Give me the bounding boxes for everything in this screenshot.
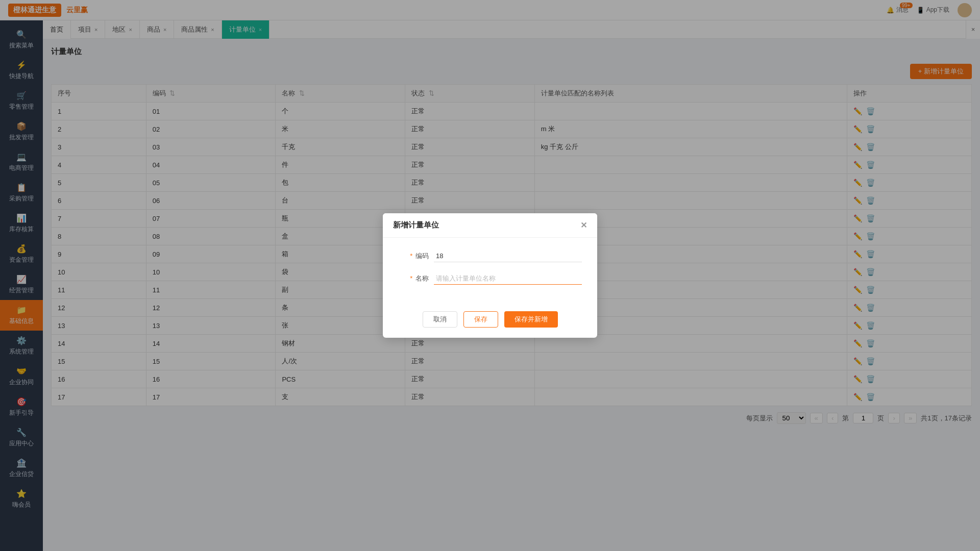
dialog-close-button[interactable]: ✕ <box>580 220 587 230</box>
code-required: * <box>410 252 412 260</box>
dialog-body: * 编码 * 名称 <box>383 238 597 305</box>
modal-overlay: 新增计量单位 ✕ * 编码 * 名称 取消 保存 保存并新增 <box>0 0 980 551</box>
dialog-footer: 取消 保存 保存并新增 <box>383 305 597 338</box>
dialog-header: 新增计量单位 ✕ <box>383 213 597 238</box>
form-row-code: * 编码 <box>398 250 582 262</box>
save-button[interactable]: 保存 <box>463 311 498 328</box>
dialog-title: 新增计量单位 <box>393 220 439 230</box>
code-input[interactable] <box>434 250 582 262</box>
name-required: * <box>410 274 412 282</box>
code-label: * 编码 <box>398 252 429 261</box>
name-label: * 名称 <box>398 274 429 283</box>
dialog-add-unit: 新增计量单位 ✕ * 编码 * 名称 取消 保存 保存并新增 <box>383 213 597 338</box>
name-input[interactable] <box>434 272 582 285</box>
cancel-button[interactable]: 取消 <box>423 311 457 328</box>
save-new-button[interactable]: 保存并新增 <box>504 311 558 328</box>
form-row-name: * 名称 <box>398 272 582 285</box>
